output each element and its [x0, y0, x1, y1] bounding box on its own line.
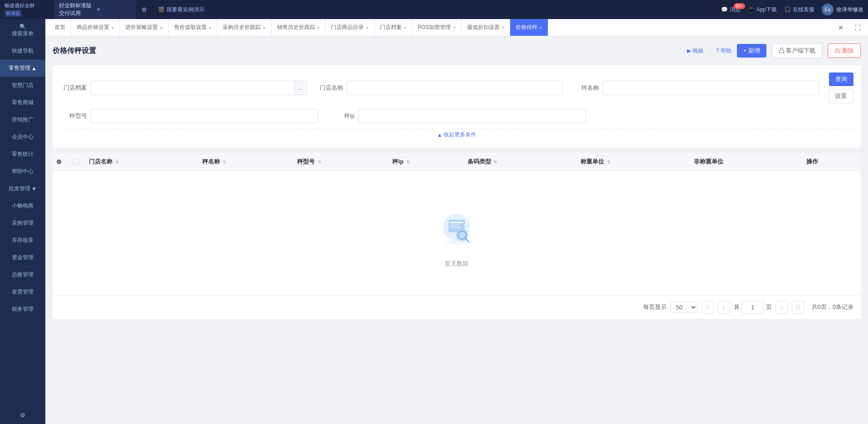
tab-purchase-history[interactable]: 采购历史价跟踪 ×: [217, 19, 271, 36]
select-all-checkbox[interactable]: [73, 158, 79, 164]
sidebar-item-help-center[interactable]: 帮助中心: [0, 163, 45, 180]
tab-sale-history[interactable]: 销售历史价跟踪 ×: [272, 19, 326, 36]
sidebar-item-retail-mgmt[interactable]: 零售管理 ▲: [0, 60, 45, 77]
add-button[interactable]: + 新增: [737, 44, 766, 58]
prev-page-btn[interactable]: ⟨: [717, 301, 730, 313]
store-archive-field: 门店档案 ...: [60, 81, 307, 95]
sidebar-item-tax-mgmt[interactable]: 税务管理: [0, 301, 45, 318]
close-icon[interactable]: ×: [160, 25, 162, 30]
th-store-name[interactable]: 门店名称 ⇅: [85, 153, 199, 171]
sidebar-item-smart-store[interactable]: 智慧门店: [0, 77, 45, 94]
close-icon[interactable]: ×: [209, 25, 211, 30]
store-archive-input-group: ...: [91, 81, 307, 95]
close-icon[interactable]: ×: [317, 25, 320, 30]
sidebar-item-batch-mgmt[interactable]: 批发管理 ▼: [0, 180, 45, 198]
sidebar-item-xiaochang-ecom[interactable]: 小畅电商: [0, 198, 45, 215]
scale-ip-input[interactable]: [358, 109, 586, 123]
close-icon[interactable]: ×: [404, 25, 406, 30]
sidebar-item-finance[interactable]: 资金管理: [0, 249, 45, 266]
tab-store-catalog[interactable]: 门店商品目录 ×: [326, 19, 374, 36]
sidebar-item-retail-stats[interactable]: 零售统计: [0, 146, 45, 163]
tab-min-discount-label: 最低折扣设置: [467, 24, 500, 31]
tab-home-label: 首页: [54, 24, 65, 31]
tab-home[interactable]: 首页: [49, 19, 71, 36]
app-download-tool[interactable]: 📱 App下载: [748, 6, 777, 14]
tab-product-price[interactable]: 商品价格设置 ×: [71, 19, 120, 36]
store-name-input[interactable]: [347, 81, 563, 95]
page-unit-label: 页: [766, 303, 772, 311]
close-icon[interactable]: ×: [263, 25, 265, 30]
close-icon[interactable]: ×: [502, 25, 504, 30]
app-download-icon: 📱: [748, 6, 755, 13]
sidebar-item-retail-mall[interactable]: 零售商城: [0, 94, 45, 111]
sidebar-item-member-center[interactable]: 会员中心: [0, 129, 45, 146]
tab-sale-extract-label: 售价提取设置: [174, 24, 207, 31]
empty-text: 暂无数据: [445, 260, 468, 268]
help-label: 帮助: [721, 47, 731, 55]
tab-price-scale[interactable]: 价格传秤 ×: [510, 19, 548, 36]
tab-pos-mgmt[interactable]: POS加密管理 ×: [412, 19, 462, 36]
tab-store-archive[interactable]: 门店档案 ×: [375, 19, 412, 36]
close-icon[interactable]: ×: [453, 25, 455, 30]
next-page-btn[interactable]: ⟩: [775, 301, 788, 313]
close-tab-btn[interactable]: ✕: [834, 22, 847, 33]
data-table: ⚙ 门店名称 ⇅ 秤名称 ⇅ 秤型号: [53, 153, 861, 171]
sidebar-item-inventory[interactable]: 库存核算: [0, 232, 45, 249]
scale-model-label: 秤型号: [60, 112, 87, 120]
close-icon[interactable]: ×: [539, 25, 542, 30]
collapse-btn[interactable]: ▲ 收起更多条件: [437, 131, 477, 139]
th-scale-ip[interactable]: 秤ip ⇅: [389, 153, 464, 171]
last-page-btn[interactable]: ⟩⟩: [792, 301, 805, 313]
tab-purchase-strategy[interactable]: 进价策略设置 ×: [120, 19, 168, 36]
sidebar-shortcut[interactable]: 快捷导航: [0, 43, 45, 60]
first-page-btn[interactable]: ⟨⟨: [701, 301, 714, 313]
delete-button[interactable]: 自 删除: [828, 43, 861, 58]
form-row-2: 秤型号 秤ip: [60, 109, 853, 123]
version-selector[interactable]: 好业财标准版交付试用 ▾: [54, 0, 136, 19]
help-btn[interactable]: ? 帮助: [716, 47, 731, 55]
sidebar-item-general-ledger[interactable]: 总账管理: [0, 266, 45, 284]
per-page-select[interactable]: 50 10 20 100: [670, 302, 697, 313]
download-button[interactable]: 凸 客户端下载: [772, 43, 823, 58]
close-icon[interactable]: ×: [366, 25, 368, 30]
demo-link[interactable]: 🎬 我要看实例演示: [158, 6, 205, 14]
user-name: 徐泽华修改: [836, 6, 863, 14]
user-area[interactable]: Ea 徐泽华修改: [822, 4, 863, 15]
scale-name-input[interactable]: [603, 81, 819, 95]
maximize-tab-btn[interactable]: ⛶: [851, 22, 864, 33]
scale-model-input[interactable]: [91, 109, 318, 123]
th-scale-ip-label: 秤ip: [392, 158, 404, 165]
th-gear[interactable]: ⚙: [53, 153, 69, 171]
sidebar-item-invoice-mgmt[interactable]: 发票管理: [0, 284, 45, 301]
store-archive-input[interactable]: [91, 81, 295, 95]
sidebar-search[interactable]: 🔍 搜索菜单: [0, 19, 45, 43]
page-header: 价格传秤设置 ▶ 视频 | ? 帮助 + 新增 凸 客户端下载 自: [53, 43, 861, 58]
table-container: ⚙ 门店名称 ⇅ 秤名称 ⇅ 秤型号: [53, 153, 861, 319]
sidebar-settings-btn[interactable]: ⚙: [0, 406, 45, 424]
video-btn[interactable]: ▶ 视频: [687, 47, 703, 55]
th-scale-name[interactable]: 秤名称 ⇅: [199, 153, 294, 171]
online-service-tool[interactable]: 🎧 在线客服: [784, 6, 814, 14]
th-scale-model[interactable]: 秤型号 ⇅: [293, 153, 389, 171]
close-icon[interactable]: ×: [111, 25, 114, 30]
retail-mgmt-label: 零售管理: [9, 64, 30, 72]
message-badge: 99+: [734, 3, 745, 9]
tab-sale-extract[interactable]: 售价提取设置 ×: [169, 19, 217, 36]
page-number-input[interactable]: [741, 301, 764, 313]
th-weight-unit[interactable]: 称重单位 ⇅: [577, 153, 690, 171]
th-barcode-type[interactable]: 条码类型 ⇅: [464, 153, 577, 171]
settings-icon[interactable]: ⚙: [140, 5, 149, 15]
svg-rect-4: [450, 225, 459, 226]
add-btn-label: + 新增: [743, 47, 760, 55]
th-scale-name-label: 秤名称: [202, 158, 220, 165]
query-button[interactable]: 查询: [829, 72, 853, 86]
member-center-label: 会员中心: [12, 134, 34, 140]
tab-min-discount[interactable]: 最低折扣设置 ×: [462, 19, 510, 36]
settings-button[interactable]: 设置: [828, 89, 853, 103]
sidebar-item-marketing[interactable]: 营销推广: [0, 111, 45, 129]
sidebar-item-purchase-mgmt[interactable]: 采购管理: [0, 215, 45, 232]
th-scale-model-label: 秤型号: [297, 158, 315, 165]
message-tool[interactable]: 💬 消息 99+: [721, 6, 741, 14]
logo-text: 畅捷通好业财 标准版: [5, 2, 34, 16]
store-archive-lookup-btn[interactable]: ...: [295, 81, 307, 95]
